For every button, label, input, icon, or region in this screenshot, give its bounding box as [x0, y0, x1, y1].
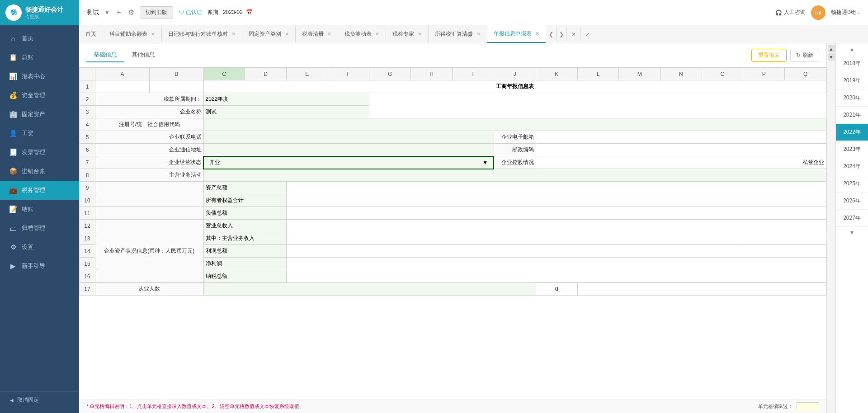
cell-3-A[interactable]: 企业名称 — [95, 106, 204, 118]
tab-annual-report[interactable]: 年报信息申报表✕ — [487, 25, 546, 43]
cell-12-A[interactable]: 企业资产状况信息(币种：人民币万元) — [95, 220, 204, 283]
sidebar-item-guide[interactable]: ▶新手引导 — [0, 257, 79, 276]
cell-9-A[interactable] — [95, 182, 204, 194]
cell-2-C[interactable]: 2022年度 — [203, 93, 369, 106]
cell-4-A[interactable]: 注册号/统一社会信用代码 — [95, 118, 204, 131]
settings-icon[interactable]: ⚙ — [128, 8, 134, 17]
cell-16-E[interactable] — [287, 270, 826, 283]
tab-tax-return[interactable]: 税表清册✕ — [296, 26, 338, 42]
tab-prev-button[interactable]: ❮ — [546, 28, 557, 41]
cell-10-A[interactable] — [95, 194, 204, 207]
cell-9-C[interactable]: 资产总额 — [203, 182, 286, 194]
cell-17-C[interactable] — [203, 283, 536, 296]
tab-close-icon[interactable]: ✕ — [535, 31, 539, 37]
year-nav-down[interactable]: ▼ — [836, 227, 868, 239]
cell-8-C[interactable] — [203, 169, 826, 182]
title-dropdown-icon[interactable]: ▼ — [104, 9, 110, 16]
year-item-2023年[interactable]: 2023年 — [836, 141, 868, 158]
cell-11-A[interactable] — [95, 207, 204, 220]
cell-5-K[interactable] — [536, 131, 826, 144]
sidebar-item-salary[interactable]: 👤工资 — [0, 124, 79, 143]
sidebar-item-reports[interactable]: 📊报表中心 — [0, 67, 79, 86]
cell-15-E[interactable] — [287, 258, 826, 270]
cell-1-B[interactable] — [149, 80, 203, 93]
sidebar-item-purchase-sale[interactable]: 📦进销台账 — [0, 162, 79, 181]
old-version-button[interactable]: 切到旧版 — [140, 6, 173, 19]
year-nav-up[interactable]: ▲ — [836, 43, 868, 55]
year-item-2024年[interactable]: 2024年 — [836, 158, 868, 175]
cell-10-E[interactable] — [287, 194, 826, 207]
year-item-2018年[interactable]: 2018年 — [836, 55, 868, 72]
sidebar-item-settings[interactable]: ⚙设置 — [0, 238, 79, 257]
cell-6-J[interactable]: 邮政编码 — [494, 144, 536, 156]
cell-6-C[interactable] — [203, 144, 494, 156]
tab-fixed-asset-type[interactable]: 固定资产类别✕ — [242, 26, 296, 42]
scroll-down-button[interactable]: ▼ — [828, 53, 835, 61]
tab-tax-risk[interactable]: 税负波动表✕ — [338, 26, 386, 42]
cell-7-C[interactable]: 开业▼ — [203, 156, 494, 169]
cell-16-C[interactable]: 纳税总额 — [203, 270, 286, 283]
year-item-2025年[interactable]: 2025年 — [836, 175, 868, 192]
year-item-2019年[interactable]: 2019年 — [836, 72, 868, 89]
cell-11-E[interactable] — [287, 207, 826, 220]
add-button[interactable]: ＋ — [115, 8, 123, 17]
cell-9-E[interactable] — [287, 182, 826, 194]
year-item-2027年[interactable]: 2027年 — [836, 210, 868, 227]
year-item-2020年[interactable]: 2020年 — [836, 89, 868, 107]
cell-3-C[interactable]: 测试 — [203, 106, 369, 118]
reset-button[interactable]: 重置报表 — [751, 49, 787, 62]
tab-next-button[interactable]: ❯ — [557, 28, 567, 41]
cell-5-J[interactable]: 企业电子邮箱 — [494, 131, 536, 144]
cell-4-C[interactable] — [203, 118, 826, 131]
sidebar-item-funds[interactable]: 💰资金管理 — [0, 86, 79, 105]
cell-10-C[interactable]: 所有者权益合计 — [203, 194, 286, 207]
cell-2-A[interactable]: 税款所属期间： — [95, 93, 204, 106]
cell-11-C[interactable]: 负债总额 — [203, 207, 286, 220]
cell-1-A[interactable] — [95, 80, 150, 93]
cell-6-K[interactable] — [536, 144, 826, 156]
spreadsheet-container[interactable]: ABCDEFGHIJKLMNOPQ 1工商年报信息表2税款所属期间：2022年度… — [79, 67, 826, 399]
tab-close-icon[interactable]: ✕ — [231, 31, 236, 37]
service-button[interactable]: 🎧 人工咨询 — [775, 9, 806, 16]
cell-17-K[interactable]: 0 — [536, 283, 577, 296]
cell-17-L[interactable] — [577, 283, 826, 296]
cell-5-A[interactable]: 企业联系电话 — [95, 131, 204, 144]
scroll-up-button[interactable]: ▲ — [828, 45, 835, 52]
sidebar-item-archive[interactable]: 🗃归档管理 — [0, 219, 79, 238]
cell-17-A[interactable]: 从业人数 — [95, 283, 204, 296]
tab-home[interactable]: 首页 — [79, 26, 103, 42]
cell-15-C[interactable]: 净利润 — [203, 258, 286, 270]
sidebar-item-settlement[interactable]: 📝结账 — [0, 200, 79, 219]
cell-7-J[interactable]: 企业控股情况 — [494, 156, 536, 169]
cell-14-E[interactable] — [287, 245, 826, 258]
sidebar-item-tax[interactable]: 💼税务管理 — [0, 181, 79, 200]
tab-journal-bank[interactable]: 日记账与银行对账单核对✕ — [162, 26, 242, 42]
tab-close-icon[interactable]: ✕ — [418, 31, 422, 37]
tab-expand-button[interactable]: ⤢ — [581, 28, 594, 41]
tab-close-icon[interactable]: ✕ — [476, 31, 481, 37]
cell-6-A[interactable]: 企业通信地址 — [95, 144, 204, 156]
sidebar-item-fixed-assets[interactable]: 🏢固定资产 — [0, 105, 79, 124]
cell-13-C[interactable]: 其中：主营业务收入 — [203, 232, 286, 245]
cancel-fixed-button[interactable]: ◄ 取消固定 — [0, 391, 79, 408]
cell-7-A[interactable]: 企业经营状态 — [95, 156, 204, 169]
sidebar-item-home[interactable]: ⌂首页 — [0, 29, 79, 48]
cell-7-K[interactable]: 私营企业 — [536, 156, 826, 169]
tab-income-tax[interactable]: 所得税汇算清缴✕ — [429, 26, 487, 42]
tab-close-all-button[interactable]: ✕ — [567, 28, 581, 41]
year-item-2026年[interactable]: 2026年 — [836, 192, 868, 210]
subtab-other[interactable]: 其他信息 — [124, 48, 162, 62]
tab-close-icon[interactable]: ✕ — [285, 31, 289, 37]
cell-13-G[interactable] — [287, 232, 743, 245]
cell-12-C[interactable]: 营业总收入 — [203, 220, 286, 232]
subtab-basic[interactable]: 基础信息 — [86, 48, 124, 62]
tab-tax-expert[interactable]: 税检专家✕ — [386, 26, 429, 42]
tab-close-icon[interactable]: ✕ — [327, 31, 331, 37]
sidebar-item-invoice[interactable]: 🧾发票管理 — [0, 143, 79, 162]
sidebar-item-general-ledger[interactable]: 📋总账 — [0, 48, 79, 67]
tab-close-icon[interactable]: ✕ — [151, 31, 155, 37]
cell-8-A[interactable]: 主营业务活动 — [95, 169, 204, 182]
cell-12-E[interactable] — [287, 220, 826, 232]
refresh-button[interactable]: ↻ 刷新 — [790, 49, 819, 62]
cell-14-C[interactable]: 利润总额 — [203, 245, 286, 258]
